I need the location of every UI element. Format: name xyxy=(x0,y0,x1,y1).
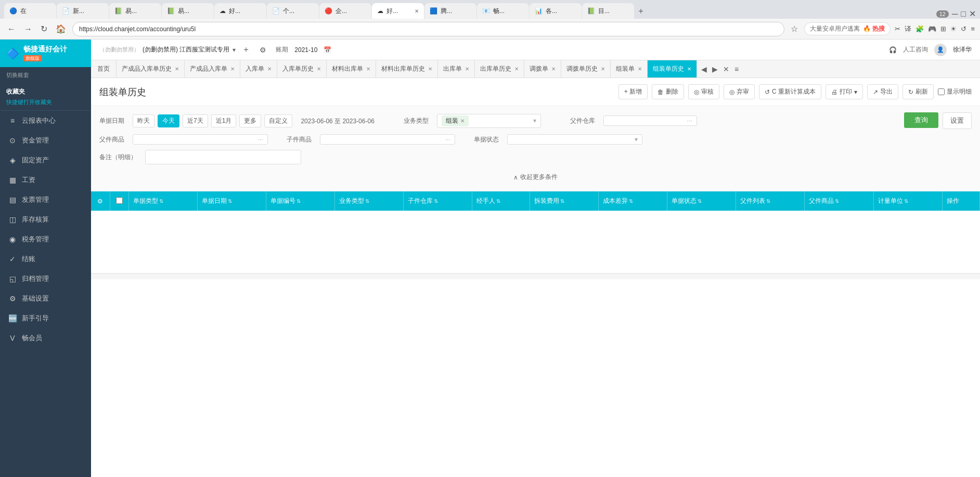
sidebar-item-fixed-assets[interactable]: ◈ 固定资产 xyxy=(0,150,91,170)
close-tab-out-hist[interactable]: ✕ xyxy=(514,66,519,72)
browser-tab-12[interactable]: 📗 目... xyxy=(582,3,634,19)
sidebar-item-tax[interactable]: ◉ 税务管理 xyxy=(0,229,91,249)
browser-tab-3[interactable]: 📗 易... xyxy=(109,3,161,19)
tab-prod-in[interactable]: 产成品入库单 ✕ xyxy=(185,60,240,78)
col-child-wh[interactable]: 子件仓库 ⇅ xyxy=(403,191,472,211)
browser-tab-5[interactable]: ☁ 好... xyxy=(214,3,266,19)
close-tab-in-order[interactable]: ✕ xyxy=(267,66,272,72)
tab-mat-out-hist[interactable]: 材料出库单历史 ✕ xyxy=(376,60,438,78)
tab-next-button[interactable]: ▶ xyxy=(710,64,720,74)
tab-home[interactable]: 首页 xyxy=(91,60,117,78)
col-order-date[interactable]: 单据日期 ⇅ xyxy=(197,191,266,211)
col-settings[interactable]: ⚙ xyxy=(91,191,110,211)
sidebar-item-basic-settings[interactable]: ⚙ 基础设置 xyxy=(0,289,91,308)
col-checkbox[interactable] xyxy=(110,191,128,211)
tab-group[interactable]: 组装单 ✕ xyxy=(611,60,648,78)
close-tab-prod-in[interactable]: ✕ xyxy=(230,66,235,72)
tab-assemble-hist[interactable]: 调拨单历史 ✕ xyxy=(561,60,611,78)
close-tab-group-hist[interactable]: ✕ xyxy=(687,66,691,72)
child-goods-filter[interactable]: ··· xyxy=(320,134,455,145)
close-tab-assemble-hist[interactable]: ✕ xyxy=(601,66,605,72)
col-handler[interactable]: 经手人 ⇅ xyxy=(472,191,530,211)
recalc-button[interactable]: ↺ C 重新计算成本 xyxy=(759,84,821,99)
tab-out-hist[interactable]: 出库单历史 ✕ xyxy=(475,60,524,78)
close-tab-prod-in-hist[interactable]: ✕ xyxy=(175,66,179,72)
tab-assemble[interactable]: 调拨单 ✕ xyxy=(524,60,561,78)
sidebar-item-checkout[interactable]: ✓ 结账 xyxy=(0,249,91,269)
col-parent-list[interactable]: 父件列表 ⇅ xyxy=(736,191,805,211)
browser-tab-10[interactable]: 📧 畅... xyxy=(477,3,529,19)
search-bar[interactable]: 大量安卓用户逃离 🔥 热搜 xyxy=(804,22,891,35)
parent-wh-filter[interactable]: ··· xyxy=(603,115,697,126)
close-tab-mat-out-hist[interactable]: ✕ xyxy=(428,66,432,72)
parent-goods-filter[interactable]: ··· xyxy=(133,134,268,145)
col-unit[interactable]: 计量单位 ⇅ xyxy=(873,191,942,211)
new-tab-button[interactable]: ＋ xyxy=(635,4,647,19)
calendar-icon[interactable]: 📅 xyxy=(324,46,331,54)
sidebar-item-inventory[interactable]: ◫ 库存核算 xyxy=(0,210,91,229)
window-control-close[interactable]: ✕ xyxy=(969,9,976,19)
tab-in-hist[interactable]: 入库单历史 ✕ xyxy=(277,60,327,78)
consult-button[interactable]: 人工咨询 xyxy=(903,45,928,54)
browser-tab-1[interactable]: 🔵 在 xyxy=(4,3,56,19)
address-bar[interactable] xyxy=(72,22,784,36)
scissors-icon[interactable]: ✂ xyxy=(895,25,900,33)
biz-type-filter[interactable]: 组装 ✕ ▾ xyxy=(437,114,541,128)
forward-button[interactable]: → xyxy=(22,22,34,36)
bottom-scroll[interactable] xyxy=(91,273,980,279)
add-company-button[interactable]: ＋ xyxy=(239,44,253,55)
date-btn-1month[interactable]: 近1月 xyxy=(211,114,237,127)
bookmark-button[interactable]: ☆ xyxy=(789,22,800,36)
refresh-button[interactable]: ↻ 刷新 xyxy=(902,84,934,99)
browser-tab-4[interactable]: 📗 易... xyxy=(162,3,214,19)
browser-tab-8[interactable]: ☁ 好... ✕ xyxy=(372,3,424,19)
translate-icon[interactable]: 译 xyxy=(905,24,911,34)
col-order-no[interactable]: 单据编号 ⇅ xyxy=(266,191,334,211)
close-tab-out[interactable]: ✕ xyxy=(465,66,469,72)
reload-button[interactable]: ↻ xyxy=(38,22,49,36)
date-btn-today[interactable]: 今天 xyxy=(158,114,179,127)
browser-tab-11[interactable]: 📊 各... xyxy=(530,3,582,19)
remarks-input[interactable] xyxy=(145,150,301,164)
filter-settings-button[interactable]: 设置 xyxy=(943,112,972,129)
window-control-max[interactable]: □ xyxy=(961,9,966,19)
delete-button[interactable]: 🗑 删除 xyxy=(652,84,684,99)
collapse-button[interactable]: ∧ 收起更多条件 xyxy=(99,170,972,185)
col-order-type[interactable]: 单据类型 ⇅ xyxy=(128,191,197,211)
sidebar-item-capital[interactable]: ⊙ 资金管理 xyxy=(0,131,91,150)
tab-prod-in-hist[interactable]: 产成品入库单历史 ✕ xyxy=(117,60,185,78)
sun-icon[interactable]: ☀ xyxy=(950,25,957,33)
add-button[interactable]: + 新增 xyxy=(618,84,648,99)
browser-tab-9[interactable]: 🟦 腾... xyxy=(424,3,476,19)
sidebar-item-guide[interactable]: 🆕 新手引导 xyxy=(0,308,91,328)
sidebar-item-invoice[interactable]: ▤ 发票管理 xyxy=(0,190,91,210)
col-order-status[interactable]: 单据状态 ⇅ xyxy=(667,191,736,211)
browser-tab-7[interactable]: 🔴 企... xyxy=(319,3,371,19)
close-tab-in-hist[interactable]: ✕ xyxy=(317,66,321,72)
extension-icon[interactable]: 🧩 xyxy=(915,25,924,33)
order-status-filter[interactable]: ▾ xyxy=(507,134,642,145)
display-detail-checkbox[interactable] xyxy=(938,88,945,95)
back-button[interactable]: ← xyxy=(5,22,18,36)
select-all-checkbox[interactable] xyxy=(116,197,123,204)
sidebar-item-cloud-report[interactable]: ≡ 云报表中心 xyxy=(0,111,91,131)
date-btn-more[interactable]: 更多 xyxy=(239,114,261,127)
sidebar-item-member[interactable]: V 畅会员 xyxy=(0,328,91,348)
close-tab-assemble[interactable]: ✕ xyxy=(551,66,556,72)
company-selector[interactable]: 切换账套 xyxy=(0,67,91,83)
window-control-min[interactable]: ─ xyxy=(952,9,958,19)
print-button[interactable]: 🖨 打印 ▾ xyxy=(826,84,863,99)
undo-icon[interactable]: ↺ xyxy=(961,25,966,33)
tab-group-hist[interactable]: 组装单历史 ✕ xyxy=(648,60,697,78)
date-btn-yesterday[interactable]: 昨天 xyxy=(133,114,154,127)
company-settings-button[interactable]: ⚙ xyxy=(256,46,269,54)
date-btn-custom[interactable]: 自定义 xyxy=(264,114,292,127)
sidebar-item-payroll[interactable]: ▦ 工资 xyxy=(0,170,91,190)
col-cost-diff[interactable]: 成本差异 ⇅ xyxy=(599,191,667,211)
company-selector-header[interactable]: （勿删勿禁用） (勿删勿禁用) 江西服宝测试专用 ▾ ＋ ⚙ xyxy=(99,44,269,55)
home-button[interactable]: 🏠 xyxy=(54,22,68,36)
abandon-button[interactable]: ◎ 弃审 xyxy=(724,84,755,99)
col-parent-goods[interactable]: 父件商品 ⇅ xyxy=(805,191,873,211)
menu-icon[interactable]: ≡ xyxy=(971,25,975,33)
col-biz-type[interactable]: 业务类型 ⇅ xyxy=(334,191,403,211)
